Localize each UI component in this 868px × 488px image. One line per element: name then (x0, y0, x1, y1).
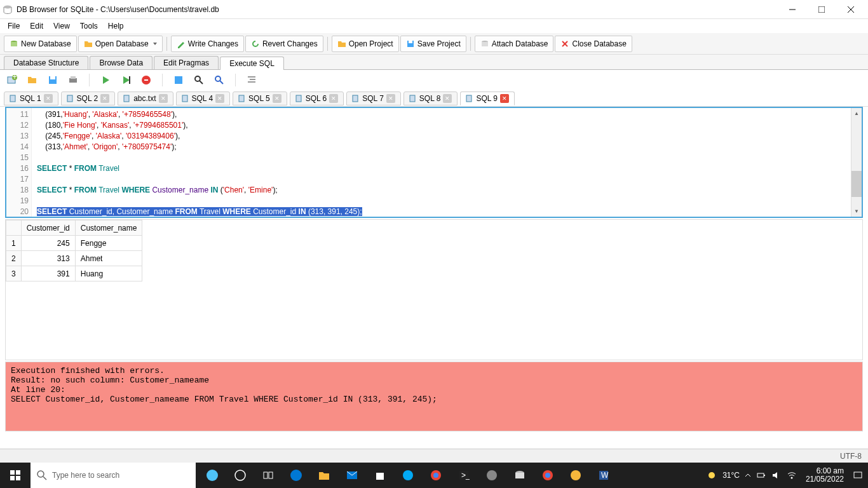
table-row[interactable]: 3391Huang (6, 266, 142, 281)
execute-icon[interactable] (100, 74, 111, 86)
task-store-icon[interactable] (367, 463, 393, 488)
minimize-button[interactable] (778, 0, 807, 19)
attach-database-button[interactable]: Attach Database (475, 36, 554, 52)
sql-tab-4[interactable]: SQL 4✕ (176, 92, 231, 105)
close-button[interactable] (836, 0, 865, 19)
taskbar-search[interactable]: Type here to search (31, 463, 196, 488)
close-tab-icon[interactable]: ✕ (44, 94, 53, 103)
menu-edit[interactable]: Edit (25, 19, 48, 33)
code-area[interactable]: (391,'Huang', 'Alaska', '+7859465548'), … (32, 108, 851, 217)
tab-database-structure[interactable]: Database Structure (4, 56, 88, 69)
save-file-icon[interactable] (47, 74, 58, 86)
new-database-button[interactable]: New Database (4, 36, 77, 52)
tab-execute-sql[interactable]: Execute SQL (220, 57, 284, 70)
sql-tab-label: SQL 2 (77, 94, 98, 103)
cell-customer-id[interactable]: 391 (21, 266, 75, 281)
error-console[interactable]: Execution finished with errors. Result: … (5, 362, 863, 431)
menu-file[interactable]: File (3, 19, 25, 33)
svg-point-55 (433, 473, 438, 478)
weather-icon[interactable] (706, 470, 717, 481)
scroll-up-icon[interactable]: ▲ (851, 108, 862, 119)
svg-point-53 (403, 470, 413, 480)
tab-browse-data[interactable]: Browse Data (90, 56, 153, 69)
scroll-track[interactable] (851, 119, 862, 206)
sql-tab-7[interactable]: SQL 7✕ (346, 92, 401, 105)
table-row[interactable]: 2313Ahmet (6, 251, 142, 266)
execute-line-icon[interactable] (120, 74, 132, 86)
volume-icon[interactable] (771, 470, 782, 480)
menu-view[interactable]: View (48, 19, 75, 33)
stop-icon[interactable] (140, 74, 152, 86)
revert-changes-button[interactable]: Revert Changes (245, 36, 323, 52)
column-header[interactable]: Customer_name (75, 220, 142, 236)
menu-help[interactable]: Help (103, 19, 129, 33)
task-app2-icon[interactable] (479, 463, 505, 488)
task-edge-icon[interactable] (283, 463, 309, 488)
sql-tab-3[interactable]: abc.txt✕ (118, 92, 173, 105)
editor-scrollbar[interactable]: ▲ ▼ (851, 108, 862, 217)
editor-area: 11121314151617181920 (391,'Huang', 'Alas… (0, 107, 868, 449)
sql-tab-1[interactable]: SQL 1✕ (4, 92, 58, 105)
tab-edit-pragmas[interactable]: Edit Pragmas (154, 56, 219, 69)
results-table[interactable]: Customer_idCustomer_name1245Fengge2313Ah… (5, 219, 863, 360)
sql-tab-8[interactable]: SQL 8✕ (403, 92, 458, 105)
task-taskview-icon[interactable] (255, 463, 281, 488)
wifi-icon[interactable] (787, 470, 797, 480)
task-word-icon[interactable]: W (591, 463, 616, 488)
close-tab-icon[interactable]: ✕ (500, 94, 509, 103)
cell-customer-name[interactable]: Huang (75, 266, 142, 281)
cell-customer-id[interactable]: 245 (21, 236, 75, 251)
task-paint-icon[interactable] (563, 463, 588, 488)
save-project-button[interactable]: Save Project (400, 36, 466, 52)
scroll-down-icon[interactable]: ▼ (851, 206, 862, 217)
sql-tab-2[interactable]: SQL 2✕ (61, 92, 116, 105)
close-tab-icon[interactable]: ✕ (215, 94, 224, 103)
sql-tab-9[interactable]: SQL 9✕ (460, 92, 515, 105)
maximize-button[interactable] (807, 0, 836, 19)
task-mail-icon[interactable] (339, 463, 365, 488)
task-chrome2-icon[interactable] (535, 463, 560, 488)
task-app1-icon[interactable] (395, 463, 421, 488)
battery-icon[interactable] (756, 470, 766, 480)
close-tab-icon[interactable]: ✕ (443, 94, 452, 103)
close-database-button[interactable]: Close Database (555, 36, 632, 52)
temperature-label[interactable]: 31°C (722, 471, 740, 480)
cell-customer-id[interactable]: 313 (21, 251, 75, 266)
cell-customer-name[interactable]: Ahmet (75, 251, 142, 266)
indent-icon[interactable] (246, 74, 257, 86)
sql-editor[interactable]: 11121314151617181920 (391,'Huang', 'Alas… (5, 107, 863, 218)
close-tab-icon[interactable]: ✕ (100, 94, 109, 103)
print-icon[interactable] (67, 74, 79, 86)
open-file-icon[interactable] (27, 74, 38, 86)
task-chrome-icon[interactable] (423, 463, 449, 488)
find-replace-icon[interactable] (214, 74, 225, 86)
open-database-button[interactable]: Open Database (78, 36, 163, 52)
task-explorer-icon[interactable] (311, 463, 337, 488)
table-row[interactable]: 1245Fengge (6, 236, 142, 251)
clock[interactable]: 6:00 am 21/05/2022 (802, 467, 848, 484)
start-button[interactable] (0, 463, 31, 488)
cell-customer-name[interactable]: Fengge (75, 236, 142, 251)
tray-expand-icon[interactable] (745, 472, 751, 478)
new-tab-icon[interactable]: + (6, 74, 18, 86)
notification-icon[interactable] (853, 470, 863, 480)
close-tab-icon[interactable]: ✕ (329, 94, 338, 103)
menu-tools[interactable]: Tools (75, 19, 103, 33)
close-tab-icon[interactable]: ✕ (273, 94, 281, 103)
save-results-icon[interactable] (173, 74, 184, 86)
close-tab-icon[interactable]: ✕ (159, 94, 168, 103)
sql-tab-6[interactable]: SQL 6✕ (290, 92, 344, 105)
open-project-button[interactable]: Open Project (332, 36, 399, 52)
sql-tab-5[interactable]: SQL 5✕ (233, 92, 287, 105)
task-db-browser-icon[interactable] (507, 463, 532, 488)
task-cortana-icon[interactable] (227, 463, 253, 488)
write-changes-button[interactable]: Write Changes (171, 36, 244, 52)
task-weapons-icon[interactable] (200, 463, 225, 488)
close-tab-icon[interactable]: ✕ (386, 94, 395, 103)
task-cmd-icon[interactable]: >_ (451, 463, 477, 488)
menubar: File Edit View Tools Help (0, 19, 868, 33)
column-header[interactable]: Customer_id (21, 220, 75, 236)
scroll-thumb[interactable] (851, 171, 862, 197)
find-icon[interactable] (193, 74, 205, 86)
toolbar-separator (470, 37, 471, 51)
